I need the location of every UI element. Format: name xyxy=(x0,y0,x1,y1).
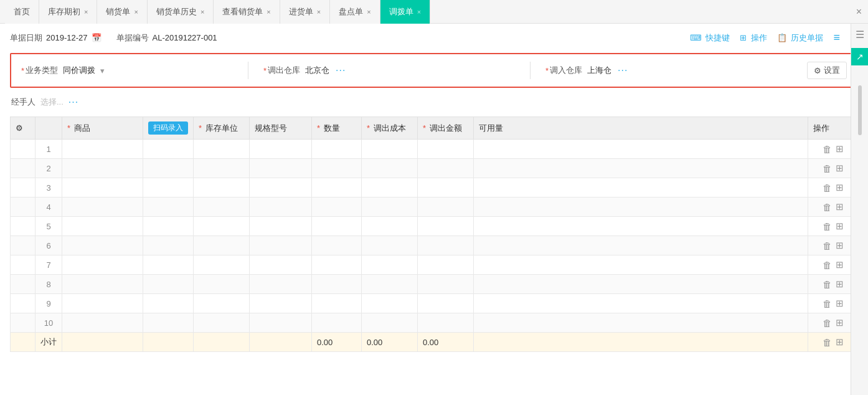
row-qty-cell[interactable] xyxy=(312,313,362,333)
row-product-cell[interactable] xyxy=(62,313,143,333)
sidebar-export-icon[interactable]: ↗ xyxy=(851,48,869,65)
row-qty-cell[interactable] xyxy=(312,275,362,294)
row-amount-cell[interactable] xyxy=(418,313,474,333)
row-amount-cell[interactable] xyxy=(418,178,474,198)
operation-btn[interactable]: ⊞ 操作 xyxy=(740,32,767,44)
row-avail-cell[interactable] xyxy=(474,140,808,159)
row-avail-cell[interactable] xyxy=(474,294,808,313)
row-delete-icon[interactable]: 🗑 xyxy=(823,183,832,193)
tab-purchase-close[interactable]: × xyxy=(317,8,321,16)
tab-transfer-close[interactable]: × xyxy=(417,8,421,16)
gear-icon[interactable]: ⚙ xyxy=(16,123,23,133)
tab-sales-order-close[interactable]: × xyxy=(134,8,138,16)
row-product-cell[interactable] xyxy=(62,178,143,198)
tab-inventory-check[interactable]: 盘点单 × xyxy=(330,0,380,24)
row-cost-cell[interactable] xyxy=(362,275,418,294)
row-product-cell[interactable] xyxy=(62,236,143,255)
tab-inventory-check-close[interactable]: × xyxy=(367,8,370,16)
row-qty-cell[interactable] xyxy=(312,178,362,198)
row-copy-icon[interactable]: ⊞ xyxy=(836,163,844,174)
row-qty-cell[interactable] xyxy=(312,217,362,236)
row-product-cell[interactable] xyxy=(62,198,143,217)
tab-home[interactable]: 首页 xyxy=(5,0,39,24)
row-spec-cell[interactable] xyxy=(250,294,312,313)
tab-view-sales[interactable]: 查看销货单 × xyxy=(214,0,280,24)
row-cost-cell[interactable] xyxy=(362,198,418,217)
transfer-out-more[interactable]: ··· xyxy=(336,65,346,76)
row-delete-icon[interactable]: 🗑 xyxy=(823,298,832,309)
row-spec-cell[interactable] xyxy=(250,198,312,217)
row-copy-icon[interactable]: ⊞ xyxy=(836,201,844,212)
row-avail-cell[interactable] xyxy=(474,178,808,198)
row-amount-cell[interactable] xyxy=(418,275,474,294)
calendar-icon[interactable]: 📅 xyxy=(92,33,101,42)
row-unit-cell[interactable] xyxy=(194,313,250,333)
layout-icon[interactable]: ≡ xyxy=(833,31,840,44)
row-copy-icon[interactable]: ⊞ xyxy=(836,317,844,328)
tab-purchase[interactable]: 进货单 × xyxy=(280,0,330,24)
row-delete-icon[interactable]: 🗑 xyxy=(823,163,832,174)
row-qty-cell[interactable] xyxy=(312,294,362,313)
tab-sales-history[interactable]: 销货单历史 × xyxy=(148,0,214,24)
row-cost-cell[interactable] xyxy=(362,159,418,178)
row-copy-icon[interactable]: ⊞ xyxy=(836,336,844,348)
row-unit-cell[interactable] xyxy=(194,217,250,236)
row-cost-cell[interactable] xyxy=(362,140,418,159)
row-spec-cell[interactable] xyxy=(250,313,312,333)
person-more[interactable]: ··· xyxy=(68,97,78,108)
row-avail-cell[interactable] xyxy=(474,198,808,217)
transfer-in-more[interactable]: ··· xyxy=(618,65,628,76)
row-avail-cell[interactable] xyxy=(474,217,808,236)
row-copy-icon[interactable]: ⊞ xyxy=(836,259,844,270)
row-cost-cell[interactable] xyxy=(362,294,418,313)
row-spec-cell[interactable] xyxy=(250,236,312,255)
row-unit-cell[interactable] xyxy=(194,294,250,313)
row-product-cell[interactable] xyxy=(62,159,143,178)
row-product-cell[interactable] xyxy=(62,255,143,275)
row-cost-cell[interactable] xyxy=(362,178,418,198)
tab-view-sales-close[interactable]: × xyxy=(267,8,270,16)
row-spec-cell[interactable] xyxy=(250,178,312,198)
row-qty-cell[interactable] xyxy=(312,159,362,178)
scrollbar-thumb[interactable] xyxy=(858,85,862,135)
row-product-cell[interactable] xyxy=(62,217,143,236)
window-close-button[interactable]: × xyxy=(856,6,862,17)
row-amount-cell[interactable] xyxy=(418,159,474,178)
row-product-cell[interactable] xyxy=(62,294,143,313)
row-product-cell[interactable] xyxy=(62,275,143,294)
col-header-gear[interactable]: ⚙ xyxy=(11,117,35,140)
row-spec-cell[interactable] xyxy=(250,217,312,236)
row-cost-cell[interactable] xyxy=(362,236,418,255)
tab-sales-order[interactable]: 销货单 × xyxy=(97,0,147,24)
row-cost-cell[interactable] xyxy=(362,313,418,333)
history-btn[interactable]: 📋 历史单据 xyxy=(777,32,824,44)
row-spec-cell[interactable] xyxy=(250,140,312,159)
row-delete-icon[interactable]: 🗑 xyxy=(823,221,832,232)
row-avail-cell[interactable] xyxy=(474,313,808,333)
row-avail-cell[interactable] xyxy=(474,255,808,275)
row-amount-cell[interactable] xyxy=(418,217,474,236)
row-avail-cell[interactable] xyxy=(474,275,808,294)
row-qty-cell[interactable] xyxy=(312,198,362,217)
row-delete-icon[interactable]: 🗑 xyxy=(823,279,832,290)
row-spec-cell[interactable] xyxy=(250,275,312,294)
row-unit-cell[interactable] xyxy=(194,178,250,198)
row-avail-cell[interactable] xyxy=(474,159,808,178)
row-delete-icon[interactable]: 🗑 xyxy=(823,144,832,155)
row-cost-cell[interactable] xyxy=(362,217,418,236)
row-amount-cell[interactable] xyxy=(418,294,474,313)
shortcut-key-btn[interactable]: ⌨ 快捷键 xyxy=(690,32,730,44)
tab-inventory-init[interactable]: 库存期初 × xyxy=(39,0,97,24)
person-input[interactable]: 选择... xyxy=(40,97,64,108)
row-qty-cell[interactable] xyxy=(312,255,362,275)
row-amount-cell[interactable] xyxy=(418,140,474,159)
row-copy-icon[interactable]: ⊞ xyxy=(836,143,844,155)
row-qty-cell[interactable] xyxy=(312,140,362,159)
row-unit-cell[interactable] xyxy=(194,275,250,294)
row-unit-cell[interactable] xyxy=(194,255,250,275)
row-delete-icon[interactable]: 🗑 xyxy=(823,337,832,348)
row-product-cell[interactable] xyxy=(62,140,143,159)
row-copy-icon[interactable]: ⊞ xyxy=(836,240,844,251)
row-copy-icon[interactable]: ⊞ xyxy=(836,278,844,290)
row-unit-cell[interactable] xyxy=(194,140,250,159)
